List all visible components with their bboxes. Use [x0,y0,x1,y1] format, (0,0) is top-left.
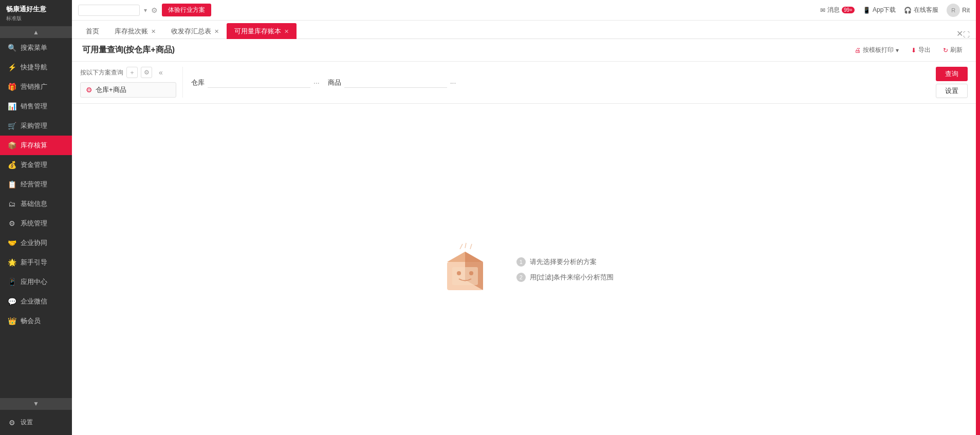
right-panel[interactable] [976,0,980,435]
member-icon: 👑 [7,317,16,325]
tab-available-qty-label: 可用量库存账本 [234,27,281,36]
scheme-label: 仓库+商品 [96,85,126,94]
brand-name: 畅康通好生意 [6,5,66,14]
page-header: 可用量查询(按仓库+商品) 🖨 按模板打印 ▾ ⬇ 导出 ↻ 刷新 [72,39,976,62]
warehouse-field: 仓库 ··· [191,77,320,88]
refresh-icon: ↻ [943,47,948,54]
search-icon: 🔍 [7,44,16,52]
sidebar-label-guide: 新手引导 [21,258,47,267]
basic-icon: 🗂 [7,200,16,208]
sidebar-label-purchase: 采购管理 [21,121,47,130]
user-area[interactable]: R Rit [947,4,970,17]
tab-summary[interactable]: 收发存汇总表 ✕ [163,23,227,39]
sidebar-item-marketing[interactable]: 🎁 营销推广 [0,77,72,97]
headset-icon: 🎧 [904,7,912,14]
message-action[interactable]: ✉ 消息 99+ [820,6,855,14]
tab-home[interactable]: 首页 [78,23,107,39]
sidebar-label-system: 系统管理 [21,219,47,228]
top-bar-actions: ✉ 消息 99+ 📱 App下载 🎧 在线客服 R Rit [820,4,970,17]
tip-number-1: 1 [516,257,526,267]
setting-button[interactable]: 设置 [936,84,968,98]
filter-settings-btn[interactable]: ⚙ [141,67,152,78]
trial-button[interactable]: 体验行业方案 [162,4,211,16]
tab-batch-ledger[interactable]: 库存批次账 ✕ [107,23,163,39]
sidebar-item-member[interactable]: 👑 畅会员 [0,311,72,331]
apps-icon: 📱 [7,278,16,286]
sidebar-item-system[interactable]: ⚙ 系统管理 [0,214,72,233]
scheme-icon: ⚙ [86,86,93,94]
app-download-icon: 📱 [863,7,871,14]
tab-summary-label: 收发存汇总表 [171,27,211,36]
svg-line-7 [465,243,466,248]
sidebar-scroll-up[interactable]: ▲ [0,27,72,38]
empty-tips: 1 请先选择要分析的方案 2 用[过滤]条件来缩小分析范围 [516,257,614,282]
inventory-icon: 📦 [7,141,16,149]
sidebar-label-search: 搜索菜单 [21,43,47,52]
app-download-label: App下载 [873,6,896,14]
svg-line-6 [460,244,463,249]
sidebar-item-inventory[interactable]: 📦 库存核算 [0,136,72,155]
svg-point-5 [469,271,473,275]
top-bar-arrow-icon[interactable]: ▾ [144,7,147,14]
tab-bar: 首页 库存批次账 ✕ 收发存汇总表 ✕ 可用量库存账本 ✕ ✕ ⛶ [72,21,976,39]
sidebar-item-operation[interactable]: 📋 经营管理 [0,175,72,194]
sidebar-item-wechat[interactable]: 💬 企业微信 [0,292,72,311]
filter-scheme-item[interactable]: ⚙ 仓库+商品 [80,82,176,98]
sidebar-nav: 🔍 搜索菜单 ⚡ 快捷导航 🎁 营销推广 📊 销售管理 🛒 采购管理 📦 库存核… [0,38,72,398]
svg-rect-3 [452,267,478,285]
sidebar-item-basic[interactable]: 🗂 基础信息 [0,194,72,214]
sidebar-label-apps: 应用中心 [21,277,47,287]
message-icon: ✉ [820,7,825,14]
sidebar-item-guide[interactable]: 🌟 新手引导 [0,253,72,272]
empty-tip-2: 2 用[过滤]条件来缩小分析范围 [516,273,614,282]
warehouse-input[interactable] [208,77,310,88]
sidebar-item-finance[interactable]: 💰 资金管理 [0,155,72,175]
export-action[interactable]: ⬇ 导出 [908,44,934,56]
sidebar-item-search[interactable]: 🔍 搜索菜单 [0,38,72,58]
product-more-icon[interactable]: ··· [450,79,456,87]
empty-state: 1 请先选择要分析的方案 2 用[过滤]条件来缩小分析范围 [72,104,976,435]
filter-left-panel: 按以下方案查询 ＋ ⚙ « ⚙ 仓库+商品 [80,67,183,98]
warehouse-more-icon[interactable]: ··· [313,79,320,87]
filter-area: 按以下方案查询 ＋ ⚙ « ⚙ 仓库+商品 仓库 ··· 商品 [72,62,976,104]
wechat-icon: 💬 [7,297,16,306]
sidebar-item-shortcut[interactable]: ⚡ 快捷导航 [0,58,72,77]
empty-tip-1: 1 请先选择要分析的方案 [516,257,614,267]
print-action[interactable]: 🖨 按模板打印 ▾ [852,44,902,56]
top-search-input[interactable] [78,5,140,16]
online-service-action[interactable]: 🎧 在线客服 [904,6,938,14]
print-arrow-icon: ▾ [896,47,899,54]
sidebar: 畅康通好生意 标准版 ▲ 🔍 搜索菜单 ⚡ 快捷导航 🎁 营销推广 📊 销售管理… [0,0,72,435]
tab-available-qty[interactable]: 可用量库存账本 ✕ [227,23,297,39]
empty-illustration [434,239,496,300]
filter-collapse-btn[interactable]: « [155,67,167,78]
filter-label-row: 按以下方案查询 ＋ ⚙ « [80,67,176,78]
query-button[interactable]: 查询 [936,67,968,81]
sidebar-item-enterprise[interactable]: 🤝 企业协同 [0,233,72,253]
sidebar-item-apps[interactable]: 📱 应用中心 [0,272,72,292]
refresh-label: 刷新 [950,46,963,54]
filter-right-panel: 仓库 ··· 商品 ··· 查询 设置 [183,67,968,98]
tab-available-qty-close[interactable]: ✕ [284,28,289,35]
sidebar-item-settings[interactable]: ⚙ 设置 [0,414,72,431]
guide-icon: 🌟 [7,258,16,267]
brand-edition: 标准版 [6,15,66,22]
product-input[interactable] [344,77,447,88]
sidebar-label-marketing: 营销推广 [21,82,47,91]
refresh-action[interactable]: ↻ 刷新 [940,44,966,56]
sidebar-item-purchase[interactable]: 🛒 采购管理 [0,116,72,136]
window-close-icon[interactable]: ✕ [956,29,963,39]
sidebar-scroll-down[interactable]: ▼ [0,398,72,409]
app-download-action[interactable]: 📱 App下载 [863,6,896,14]
tab-summary-close[interactable]: ✕ [214,28,219,35]
tab-batch-ledger-close[interactable]: ✕ [151,28,156,35]
sidebar-item-sales[interactable]: 📊 销售管理 [0,97,72,116]
tab-home-label: 首页 [86,27,99,36]
top-bar-gear-icon[interactable]: ⚙ [151,6,158,14]
filter-add-btn[interactable]: ＋ [126,67,138,78]
window-expand-icon[interactable]: ⛶ [963,31,970,39]
action-buttons: 查询 设置 [936,67,968,98]
sidebar-label-operation: 经营管理 [21,180,47,189]
tip-number-2: 2 [516,273,526,282]
tab-batch-ledger-label: 库存批次账 [115,27,148,36]
